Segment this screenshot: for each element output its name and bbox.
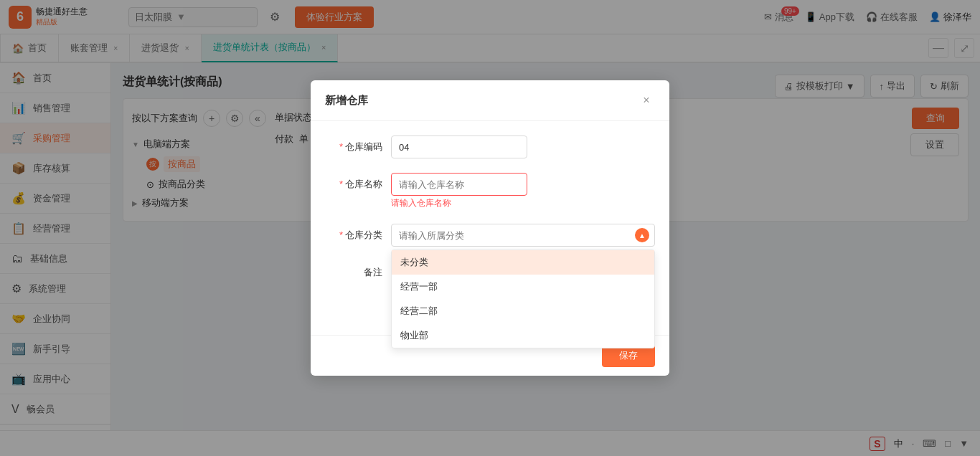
form-row-name: 仓库名称 请输入仓库名称 [325, 173, 655, 209]
dropdown-arrow-button[interactable]: ▲ [635, 228, 649, 242]
category-dropdown-wrapper: ▲ 未分类 经营一部 经营二部 物业部 [391, 224, 655, 247]
code-input[interactable] [391, 136, 527, 158]
category-dropdown-list: 未分类 经营一部 经营二部 物业部 [391, 250, 655, 348]
modal-overlay[interactable]: 新增仓库 × 仓库编码 仓库名称 请输入仓库名称 仓库分类 [0, 0, 980, 456]
name-error-message: 请输入仓库名称 [391, 197, 655, 209]
modal-new-warehouse: 新增仓库 × 仓库编码 仓库名称 请输入仓库名称 仓库分类 [311, 80, 669, 376]
code-label: 仓库编码 [325, 136, 382, 158]
form-row-code: 仓库编码 [325, 136, 655, 158]
name-field-wrapper: 请输入仓库名称 [391, 173, 655, 209]
dropdown-item-ops1[interactable]: 经营一部 [392, 275, 654, 299]
name-label: 仓库名称 [325, 173, 382, 196]
category-label: 仓库分类 [325, 224, 382, 247]
modal-title: 新增仓库 [325, 94, 368, 108]
category-input[interactable] [391, 224, 655, 247]
modal-close-button[interactable]: × [638, 92, 655, 109]
code-field-wrapper [391, 136, 655, 158]
dropdown-item-ops2[interactable]: 经营二部 [392, 299, 654, 323]
dropdown-item-unclassified[interactable]: 未分类 [392, 250, 654, 275]
modal-header: 新增仓库 × [311, 80, 669, 121]
dropdown-item-property[interactable]: 物业部 [392, 323, 654, 348]
form-row-category: 仓库分类 ▲ 未分类 经营一部 经营二部 物业部 [325, 224, 655, 247]
modal-body: 仓库编码 仓库名称 请输入仓库名称 仓库分类 ▲ [311, 121, 669, 335]
name-input[interactable] [391, 173, 527, 196]
remark-label: 备注 [325, 261, 382, 284]
